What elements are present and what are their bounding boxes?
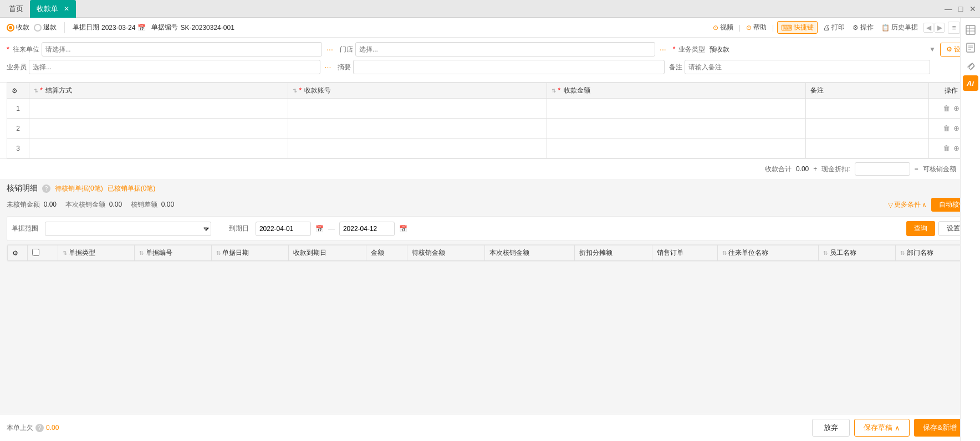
more-conditions-button[interactable]: ▽ 更多条件 ∧: [888, 200, 927, 209]
sort-doc-type[interactable]: ⇅: [63, 250, 67, 256]
copy-icon-2[interactable]: ⊕: [953, 124, 959, 132]
gear-icon-2[interactable]: ⚙: [12, 249, 18, 257]
toolbar-divider: [64, 22, 65, 33]
row-num-2: 2: [7, 119, 29, 139]
close-button[interactable]: ✕: [968, 4, 978, 14]
sort-dept[interactable]: ⇅: [900, 250, 905, 256]
panel-attachment-icon[interactable]: [963, 58, 978, 73]
settle-method-2[interactable]: [29, 119, 288, 139]
th-remark: 备注: [806, 83, 929, 99]
history-button[interactable]: 📋 历史单据: [879, 22, 920, 33]
remark-1[interactable]: [806, 99, 929, 119]
sort-icon-amount[interactable]: ⇅: [552, 88, 556, 94]
query-button[interactable]: 查询: [906, 221, 935, 236]
receipt-amount-1[interactable]: [547, 99, 806, 119]
table-header-row: ⚙ ⇅ * 结算方式 ⇅ * 收款账号 ⇅ * 收款: [7, 83, 973, 99]
save-draft-button[interactable]: 保存草稿 ∧: [854, 419, 910, 437]
business-type-required: *: [673, 45, 676, 53]
verification-table: ⚙ ⇅ 单据类型 ⇅ 单据编号: [7, 245, 973, 261]
sort-counterpart[interactable]: ⇅: [722, 250, 727, 256]
tab-close-icon[interactable]: ✕: [64, 5, 69, 13]
main-content: 收款 退款 单据日期 2023-03-24 📅 单据编号 SK-20230324…: [0, 18, 980, 441]
counterpart-input[interactable]: [42, 42, 323, 57]
pending-tab[interactable]: 待核销单据(0笔): [55, 184, 103, 193]
date-from-input[interactable]: [256, 222, 311, 236]
copy-icon-3[interactable]: ⊕: [953, 144, 959, 152]
document-number-field: 单据编号 SK-20230324-001: [151, 23, 234, 32]
counterpart-more-button[interactable]: ···: [324, 45, 335, 54]
delete-icon-3[interactable]: 🗑: [943, 144, 950, 152]
date-to-input[interactable]: [339, 222, 395, 236]
table-row: 2 🗑 ⊕: [7, 119, 973, 139]
tab-receipt[interactable]: 收款单 ✕: [30, 0, 76, 18]
summary-input[interactable]: [353, 60, 664, 74]
sort-icon-settle[interactable]: ⇅: [34, 88, 38, 94]
row-num-1: 1: [7, 99, 29, 119]
sort-icon-account[interactable]: ⇅: [293, 88, 297, 94]
print-button[interactable]: 🖨 打印: [821, 22, 847, 33]
refund-radio[interactable]: 退款: [34, 23, 57, 32]
remark-3[interactable]: [806, 139, 929, 158]
document-date-field: 单据日期 2023-03-24 📅: [73, 23, 146, 32]
tab-home[interactable]: 首页: [2, 0, 30, 18]
date-from-calendar-icon[interactable]: 📅: [315, 225, 324, 233]
info-icon[interactable]: ?: [42, 184, 50, 193]
settle-method-1[interactable]: [29, 99, 288, 119]
settle-method-3[interactable]: [29, 139, 288, 158]
nav-next-button[interactable]: ▶: [935, 23, 945, 33]
panel-table-icon[interactable]: [963, 22, 978, 38]
discount-input[interactable]: [855, 162, 910, 176]
discard-button[interactable]: 放弃: [812, 419, 850, 437]
copy-icon-1[interactable]: ⊕: [953, 104, 959, 112]
bottom-table-header: ⚙ ⇅ 单据类型 ⇅ 单据编号: [8, 245, 973, 261]
operation-button[interactable]: ⚙ 操作: [850, 22, 876, 33]
store-more-button[interactable]: ···: [657, 45, 668, 54]
remark-2[interactable]: [806, 119, 929, 139]
th-receipt-account: ⇅ * 收款账号: [288, 83, 547, 99]
help-button[interactable]: ⊙ 帮助: [744, 22, 769, 33]
minimize-button[interactable]: —: [943, 4, 953, 14]
receipt-amount-2[interactable]: [547, 119, 806, 139]
footer-buttons: 放弃 保存草稿 ∧ 保存&新增 ∧: [812, 419, 973, 437]
receipt-account-1[interactable]: [288, 99, 547, 119]
sort-doc-date[interactable]: ⇅: [216, 250, 221, 256]
bottom-table-wrap: ⚙ ⇅ 单据类型 ⇅ 单据编号: [7, 244, 973, 261]
video-button[interactable]: ⊙ 视频: [711, 22, 736, 33]
footer-info-icon[interactable]: ?: [35, 424, 44, 432]
calendar-icon[interactable]: 📅: [137, 24, 146, 32]
filter-icon: ▽: [888, 201, 893, 209]
layout-list-button[interactable]: ≡: [948, 22, 960, 34]
receipt-account-3[interactable]: [288, 139, 547, 158]
th-doc-date: ⇅ 单据日期: [212, 245, 289, 261]
salesperson-field: 业务员 ···: [7, 60, 333, 74]
verified-tab[interactable]: 已核销单据(0笔): [108, 184, 156, 193]
receipt-radio-dot: [7, 24, 14, 32]
sort-doc-number[interactable]: ⇅: [139, 250, 144, 256]
table-gear-header: ⚙: [7, 83, 29, 99]
receipt-account-2[interactable]: [288, 119, 547, 139]
save-draft-chevron-icon: ∧: [895, 424, 900, 432]
form-row-2: 业务员 ··· 摘要 备注: [7, 60, 973, 74]
remark-input[interactable]: [685, 60, 930, 74]
table-body: 1 🗑 ⊕ 2: [7, 99, 973, 158]
receipt-radio[interactable]: 收款: [7, 23, 29, 32]
receipt-amount-3[interactable]: [547, 139, 806, 158]
range-select[interactable]: [45, 222, 211, 236]
salesperson-input[interactable]: [29, 60, 320, 74]
maximize-button[interactable]: □: [956, 4, 966, 14]
delete-icon-2[interactable]: 🗑: [943, 124, 950, 132]
date-to-calendar-icon[interactable]: 📅: [399, 225, 407, 233]
store-input[interactable]: [355, 42, 655, 57]
business-type-chevron-icon[interactable]: ▼: [929, 45, 936, 53]
shortcut-button[interactable]: ⌨ 快捷键: [777, 21, 818, 34]
th-counterpart: ⇅ 往来单位名称: [718, 245, 819, 261]
sort-employee[interactable]: ⇅: [823, 250, 828, 256]
gear-icon[interactable]: ⚙: [12, 87, 18, 95]
panel-ai-icon[interactable]: Ai: [963, 75, 978, 91]
panel-document-icon[interactable]: [963, 40, 978, 55]
delete-icon-1[interactable]: 🗑: [943, 104, 950, 112]
select-all-checkbox[interactable]: [32, 249, 39, 256]
form-area: * 往来单位 ··· 门店 ··· * 业务类型 预收款 ▼ ⚙ 设置: [0, 38, 980, 83]
salesperson-more-button[interactable]: ···: [323, 63, 334, 71]
nav-prev-button[interactable]: ◀: [923, 23, 933, 33]
